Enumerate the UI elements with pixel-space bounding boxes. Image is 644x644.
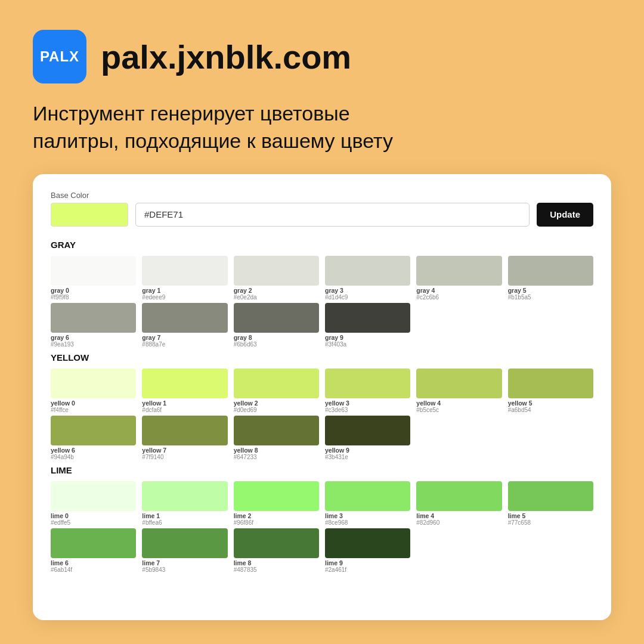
color-label: yellow 0 [51, 400, 136, 407]
base-color-label: Base Color [51, 191, 593, 200]
color-swatch [325, 416, 410, 445]
color-swatch [142, 416, 227, 445]
color-hex: #a6bd54 [508, 407, 593, 413]
section-title: LIME [51, 465, 593, 475]
color-swatch [234, 256, 319, 286]
section-lime: LIMElime 0#edffe5lime 1#bffea6lime 2#96f… [51, 465, 593, 573]
color-cell: gray 8#6b6d63 [234, 303, 319, 348]
subtitle: Инструмент генерирует цветовыепалитры, п… [33, 100, 611, 155]
color-hex: #6ab14f [51, 566, 136, 573]
color-swatch [51, 256, 136, 286]
color-swatch [234, 416, 319, 445]
color-cell: yellow 6#94a94b [51, 416, 136, 460]
color-label: gray 3 [325, 287, 410, 294]
color-cell [416, 303, 501, 348]
color-swatch [142, 369, 227, 398]
color-label: yellow 7 [142, 447, 227, 454]
color-swatch [325, 256, 410, 286]
color-cell: gray 4#c2c6b6 [416, 256, 501, 301]
logo-text: PALX [40, 48, 79, 65]
color-cell [416, 528, 501, 573]
color-cell: lime 4#82d960 [416, 481, 501, 526]
color-swatch [142, 256, 227, 286]
color-hex: #c2c6b6 [416, 294, 501, 301]
color-cell: gray 6#9ea193 [51, 303, 136, 348]
color-hex: #6b6d63 [234, 341, 319, 348]
color-label: lime 4 [416, 512, 501, 519]
palette-row: yellow 0#f4ffceyellow 1#dcfa6fyellow 2#d… [51, 369, 593, 413]
color-label: lime 5 [508, 512, 593, 519]
color-cell: gray 9#3f403a [325, 303, 410, 348]
color-label: lime 1 [142, 512, 227, 519]
color-hex: #647233 [234, 454, 319, 460]
color-swatch [51, 528, 136, 558]
color-hex: #dcfa6f [142, 407, 227, 413]
color-cell: gray 2#e0e2da [234, 256, 319, 301]
color-cell: lime 6#6ab14f [51, 528, 136, 573]
base-color-swatch [51, 203, 128, 227]
color-hex: #c3de63 [325, 407, 410, 413]
color-hex: #f9f9f8 [51, 294, 136, 301]
color-hex: #b1b5a5 [508, 294, 593, 301]
color-hex: #888a7e [142, 341, 227, 348]
section-gray: GRAYgray 0#f9f9f8gray 1#edeee9gray 2#e0e… [51, 240, 593, 348]
color-cell: gray 3#d1d4c9 [325, 256, 410, 301]
color-label: lime 6 [51, 559, 136, 566]
color-label: gray 6 [51, 334, 136, 341]
color-label: lime 8 [234, 559, 319, 566]
color-label: yellow 2 [234, 400, 319, 407]
color-cell: gray 5#b1b5a5 [508, 256, 593, 301]
color-swatch [234, 481, 319, 511]
color-label: yellow 4 [416, 400, 501, 407]
color-cell: yellow 0#f4ffce [51, 369, 136, 413]
color-cell: yellow 1#dcfa6f [142, 369, 227, 413]
palette-row: lime 0#edffe5lime 1#bffea6lime 2#96f86fl… [51, 481, 593, 526]
color-cell: lime 5#77c658 [508, 481, 593, 526]
color-label: yellow 6 [51, 447, 136, 454]
color-swatch [508, 369, 593, 398]
color-swatch [416, 481, 501, 511]
palette-row: yellow 6#94a94byellow 7#7f9140yellow 8#6… [51, 416, 593, 460]
color-cell [416, 416, 501, 460]
palette-row: gray 0#f9f9f8gray 1#edeee9gray 2#e0e2dag… [51, 256, 593, 301]
color-cell: lime 3#8ce968 [325, 481, 410, 526]
color-label: gray 0 [51, 287, 136, 294]
color-swatch [325, 303, 410, 333]
color-swatch [142, 481, 227, 511]
color-hex: #e0e2da [234, 294, 319, 301]
color-swatch [51, 481, 136, 511]
color-hex: #d1d4c9 [325, 294, 410, 301]
color-cell: yellow 3#c3de63 [325, 369, 410, 413]
color-hex: #3f403a [325, 341, 410, 348]
color-swatch [325, 369, 410, 398]
color-label: gray 1 [142, 287, 227, 294]
color-hex: #77c658 [508, 519, 593, 526]
color-cell: lime 2#96f86f [234, 481, 319, 526]
color-label: yellow 1 [142, 400, 227, 407]
color-label: gray 4 [416, 287, 501, 294]
color-label: gray 7 [142, 334, 227, 341]
color-swatch [51, 416, 136, 445]
color-cell [508, 303, 593, 348]
color-label: gray 8 [234, 334, 319, 341]
color-cell: yellow 5#a6bd54 [508, 369, 593, 413]
color-cell: lime 7#5b9843 [142, 528, 227, 573]
section-yellow: YELLOWyellow 0#f4ffceyellow 1#dcfa6fyell… [51, 352, 593, 460]
color-hex: #82d960 [416, 519, 501, 526]
base-color-row: Update [51, 203, 593, 227]
base-color-input[interactable] [135, 203, 530, 227]
color-cell: lime 8#487835 [234, 528, 319, 573]
color-cell: gray 1#edeee9 [142, 256, 227, 301]
color-hex: #b5ce5c [416, 407, 501, 413]
color-label: yellow 3 [325, 400, 410, 407]
section-title: GRAY [51, 240, 593, 250]
color-swatch [234, 369, 319, 398]
palette-row: lime 6#6ab14flime 7#5b9843lime 8#487835l… [51, 528, 593, 573]
header: PALX palx.jxnblk.com [33, 30, 611, 83]
color-swatch [508, 256, 593, 286]
color-swatch [416, 369, 501, 398]
color-label: yellow 5 [508, 400, 593, 407]
color-cell: yellow 4#b5ce5c [416, 369, 501, 413]
update-button[interactable]: Update [537, 203, 593, 227]
palette-container: GRAYgray 0#f9f9f8gray 1#edeee9gray 2#e0e… [51, 240, 593, 573]
